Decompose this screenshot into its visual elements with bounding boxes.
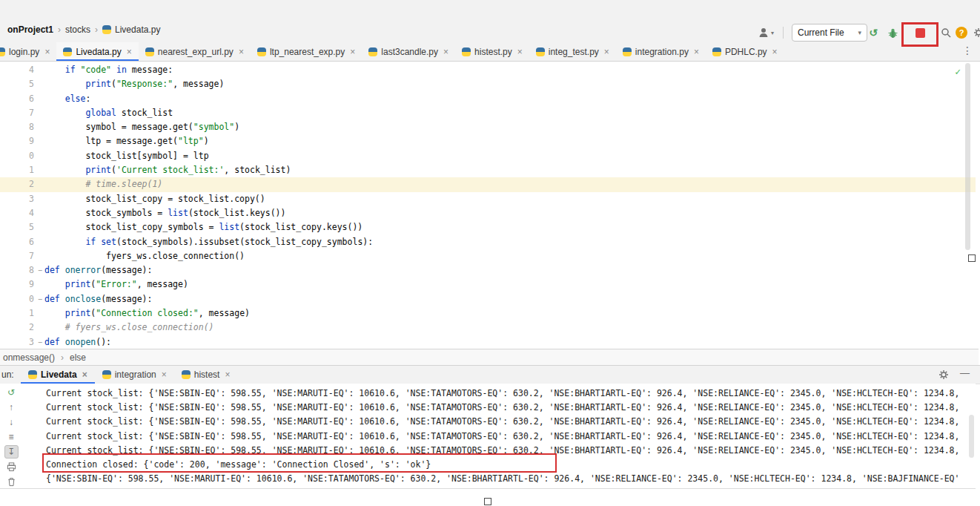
help-icon[interactable]: ? — [956, 22, 967, 43]
main-toolbar: onProject1›stocks›Livedata.py ▾ Current … — [0, 0, 980, 43]
minimize-icon[interactable]: — — [960, 367, 970, 378]
breadcrumb-item[interactable]: Livedata.py — [102, 24, 160, 35]
code-line[interactable]: 2 # time.sleep(1) — [0, 177, 976, 191]
code-line[interactable]: 3−def onopen(): — [0, 335, 976, 349]
breadcrumb-item[interactable]: onmessage() — [3, 352, 55, 363]
print-icon[interactable] — [4, 460, 18, 473]
clear-console-icon[interactable] — [4, 475, 18, 488]
line-number: 3 — [0, 335, 36, 349]
editor-scrollbar[interactable] — [965, 63, 970, 250]
code-text: # fyers_ws.close_connection() — [44, 321, 214, 335]
code-line[interactable]: 6 if set(stock_symbols).issubset(stock_l… — [0, 235, 976, 249]
inspections-ok-icon[interactable]: ✓ — [955, 65, 961, 79]
tab-close-icon[interactable]: × — [127, 47, 132, 57]
editor-tab-login.py[interactable]: login.py× — [0, 42, 56, 61]
tab-close-icon[interactable]: × — [694, 47, 699, 57]
tab-close-icon[interactable]: × — [162, 369, 167, 380]
tab-close-icon[interactable]: × — [225, 369, 230, 380]
code-line[interactable]: 2 # fyers_ws.close_connection() — [0, 321, 976, 335]
editor-tab-integration.py[interactable]: integration.py× — [616, 42, 706, 61]
code-line[interactable]: 5 print("Response:", message) — [0, 77, 976, 91]
editor-tab-last3candle.py[interactable]: last3candle.py× — [362, 42, 455, 61]
run-settings-icon[interactable] — [938, 369, 949, 380]
code-text: symbol = message.get("symbol") — [44, 120, 239, 134]
code-line[interactable]: 8 symbol = message.get("symbol") — [0, 120, 976, 134]
soft-wrap-icon[interactable]: ≡ — [4, 430, 18, 444]
code-line[interactable]: 5 stock_list_copy_symbols = list(stock_l… — [0, 220, 976, 234]
editor-tab-PDHLC.py[interactable]: PDHLC.py× — [706, 42, 784, 61]
code-line[interactable]: 7 fyers_ws.close_connection() — [0, 249, 976, 263]
code-line[interactable]: 8−def onerror(message): — [0, 263, 976, 277]
console-line: Current stock_list: {'NSE:SBIN-EQ': 598.… — [46, 415, 968, 429]
up-icon[interactable]: ↑ — [4, 401, 18, 414]
run-tab-label: histest — [194, 369, 220, 380]
tab-close-icon[interactable]: × — [443, 47, 448, 57]
console-output[interactable]: Current stock_list: {'NSE:SBIN-EQ': 598.… — [22, 384, 968, 488]
search-icon[interactable] — [938, 22, 953, 43]
tab-close-icon[interactable]: × — [239, 47, 244, 57]
python-file-icon — [368, 47, 377, 56]
question-mark-icon: ? — [956, 27, 967, 39]
console-line: Current stock_list: {'NSE:SBIN-EQ': 598.… — [46, 444, 968, 458]
fold-marker — [36, 63, 44, 77]
run-config-select[interactable]: Current File ▾ — [792, 24, 867, 42]
console-line: {'NSE:SBIN-EQ': 598.55, 'NSE:MARUTI-EQ':… — [46, 472, 968, 486]
code-line[interactable]: 6 else: — [0, 92, 976, 106]
console-scrollbar[interactable] — [969, 415, 974, 458]
run-console[interactable]: ↺↑↓≡↧ Current stock_list: {'NSE:SBIN-EQ'… — [0, 384, 976, 489]
line-number: 6 — [0, 92, 36, 106]
code-line[interactable]: 9 print("Error:", message) — [0, 277, 976, 292]
run-tab-integration[interactable]: integration× — [95, 366, 174, 384]
tab-close-icon[interactable]: × — [517, 47, 523, 57]
tab-label: Livedata.py — [76, 47, 121, 57]
code-text: print("Response:", message) — [44, 77, 224, 91]
run-tab-Livedata[interactable]: Livedata× — [21, 366, 95, 384]
tab-close-icon[interactable]: × — [604, 47, 609, 57]
python-file-icon — [28, 370, 37, 379]
breadcrumb-item[interactable]: stocks — [65, 24, 90, 35]
code-line[interactable]: 0−def onclose(message): — [0, 292, 976, 306]
code-line[interactable]: 1 print('Current stock_list:', stock_lis… — [0, 163, 976, 177]
rerun-icon[interactable]: ↺ — [866, 22, 881, 43]
code-text: def onerror(message): — [44, 263, 152, 277]
fold-marker[interactable]: − — [36, 335, 44, 349]
code-line[interactable]: 0 stock_list[symbol] = ltp — [0, 149, 976, 163]
tab-options-icon[interactable]: ⋮ — [962, 45, 973, 56]
editor-tab-Livedata.py[interactable]: Livedata.py× — [56, 42, 138, 61]
code-editor[interactable]: 4 if "code" in message:5 print("Response… — [0, 62, 976, 350]
breadcrumb-item[interactable]: onProject1 — [7, 24, 53, 35]
fold-marker[interactable]: − — [36, 263, 44, 277]
editor-tab-integ_test.py[interactable]: integ_test.py× — [529, 42, 616, 61]
fold-marker[interactable]: − — [36, 292, 44, 306]
run-tab-histest[interactable]: histest× — [174, 366, 238, 384]
editor-tab-ltp_nearest_exp.py[interactable]: ltp_nearest_exp.py× — [251, 42, 362, 61]
bug-icon — [887, 27, 898, 39]
line-number: 1 — [0, 306, 36, 321]
code-line[interactable]: 4 stock_symbols = list(stock_list.keys()… — [0, 206, 976, 220]
stop-button[interactable] — [910, 22, 930, 43]
run-tab-label: integration — [115, 369, 156, 380]
code-line[interactable]: 7 global stock_list — [0, 106, 976, 120]
line-number: 7 — [0, 249, 36, 263]
code-line[interactable]: 1 print("Connection closed:", message) — [0, 306, 976, 321]
console-line: Current stock_list: {'NSE:SBIN-EQ': 598.… — [46, 401, 968, 415]
code-line[interactable]: 3 stock_list_copy = stock_list.copy() — [0, 192, 976, 206]
tab-close-icon[interactable]: × — [772, 47, 778, 57]
tab-close-icon[interactable]: × — [44, 47, 50, 57]
editor-tab-histest.py[interactable]: histest.py× — [455, 42, 529, 61]
tab-close-icon[interactable]: × — [82, 369, 87, 380]
code-line[interactable]: 4 if "code" in message: — [0, 63, 976, 77]
user-icon[interactable]: ▾ — [758, 22, 774, 43]
editor-tab-nearest_exp_url.py[interactable]: nearest_exp_url.py× — [139, 42, 251, 61]
rerun-icon[interactable]: ↺ — [4, 386, 18, 399]
line-number: 8 — [0, 263, 36, 277]
scroll-to-end-icon[interactable]: ↧ — [4, 445, 19, 459]
splitter-handle-right[interactable] — [968, 254, 976, 262]
debug-icon[interactable] — [885, 22, 900, 43]
settings-icon[interactable] — [971, 22, 980, 43]
down-icon[interactable]: ↓ — [4, 415, 18, 429]
breadcrumb-item[interactable]: else — [70, 352, 86, 363]
tab-close-icon[interactable]: × — [350, 47, 355, 57]
code-line[interactable]: 9 ltp = message.get("ltp") — [0, 134, 976, 148]
splitter-handle-bottom[interactable] — [484, 498, 491, 505]
